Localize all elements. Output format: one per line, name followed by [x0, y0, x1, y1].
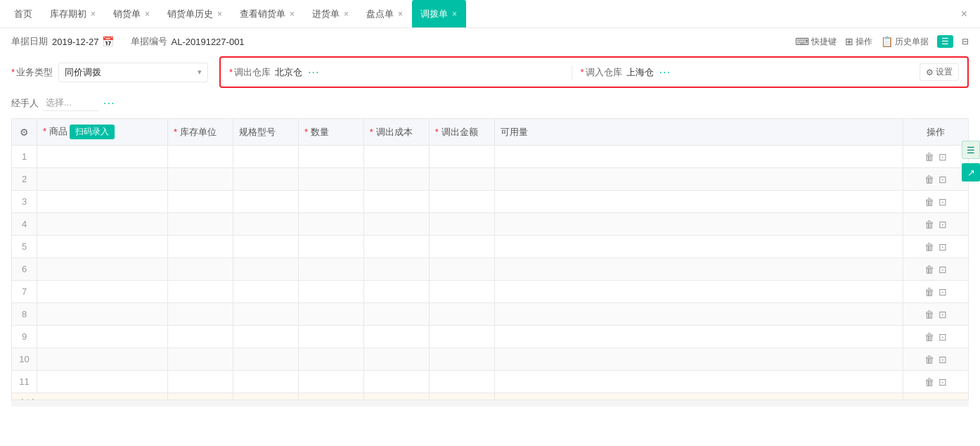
row-1-available[interactable]	[494, 146, 903, 168]
row-3-spec[interactable]	[233, 191, 298, 213]
copy-icon-10[interactable]: ⊡	[939, 354, 947, 365]
row-10-unit[interactable]	[167, 348, 233, 371]
row-5-available[interactable]	[494, 236, 903, 258]
settings-button[interactable]: ⚙ 设置	[920, 63, 959, 81]
tab-home[interactable]: 首页	[6, 0, 41, 27]
delete-icon-3[interactable]: 🗑	[924, 196, 934, 208]
person-select[interactable]: 选择...	[43, 95, 99, 111]
row-3-cost[interactable]	[363, 191, 429, 213]
person-more-btn[interactable]: ···	[103, 97, 115, 110]
row-4-amount[interactable]	[429, 213, 494, 236]
layout-grid-btn[interactable]: ⊟	[962, 37, 969, 46]
copy-icon-8[interactable]: ⊡	[939, 309, 947, 320]
tab-inventory-init[interactable]: 库存期初 ×	[41, 0, 105, 27]
delete-icon-2[interactable]: 🗑	[924, 174, 934, 185]
row-8-available[interactable]	[494, 303, 903, 326]
row-6-cost[interactable]	[363, 258, 429, 281]
row-4-cost[interactable]	[363, 213, 429, 236]
row-2-product[interactable]	[37, 168, 168, 191]
copy-icon-3[interactable]: ⊡	[939, 196, 947, 208]
row-9-available[interactable]	[494, 326, 903, 348]
row-6-spec[interactable]	[233, 258, 298, 281]
business-type-select[interactable]: 同价调拨 ▾	[58, 63, 208, 82]
row-4-spec[interactable]	[233, 213, 298, 236]
tab-transfer-close[interactable]: ×	[452, 9, 457, 19]
right-tool-list-btn[interactable]: ☰	[962, 141, 980, 159]
row-8-cost[interactable]	[363, 303, 429, 326]
row-9-spec[interactable]	[233, 326, 298, 348]
row-11-amount[interactable]	[429, 371, 494, 393]
history-btn[interactable]: 📋 历史单据	[881, 36, 929, 48]
row-6-amount[interactable]	[429, 258, 494, 281]
row-11-unit[interactable]	[167, 371, 233, 393]
row-11-product[interactable]	[37, 371, 168, 393]
row-8-spec[interactable]	[233, 303, 298, 326]
row-1-spec[interactable]	[233, 146, 298, 168]
delete-icon-5[interactable]: 🗑	[924, 241, 934, 253]
row-7-product[interactable]	[37, 281, 168, 303]
row-10-product[interactable]	[37, 348, 168, 371]
row-3-unit[interactable]	[167, 191, 233, 213]
row-5-product[interactable]	[37, 236, 168, 258]
delete-icon-11[interactable]: 🗑	[924, 376, 934, 388]
row-5-unit[interactable]	[167, 236, 233, 258]
row-10-available[interactable]	[494, 348, 903, 371]
delete-icon-8[interactable]: 🗑	[924, 309, 934, 320]
row-6-available[interactable]	[494, 258, 903, 281]
row-4-available[interactable]	[494, 213, 903, 236]
copy-icon-11[interactable]: ⊡	[939, 376, 947, 388]
window-close-button[interactable]: ×	[954, 8, 974, 20]
layout-list-btn[interactable]: ☰	[937, 35, 953, 48]
delete-icon-10[interactable]: 🗑	[924, 354, 934, 365]
row-7-unit[interactable]	[167, 281, 233, 303]
row-5-amount[interactable]	[429, 236, 494, 258]
row-5-spec[interactable]	[233, 236, 298, 258]
tab-sales-history[interactable]: 销货单历史 ×	[159, 0, 231, 27]
row-4-qty[interactable]	[298, 213, 363, 236]
calendar-icon[interactable]: 📅	[102, 36, 114, 47]
row-6-unit[interactable]	[167, 258, 233, 281]
tab-view-sales-close[interactable]: ×	[290, 9, 295, 19]
copy-icon-7[interactable]: ⊡	[939, 286, 947, 298]
delete-icon-9[interactable]: 🗑	[924, 331, 934, 343]
row-6-qty[interactable]	[298, 258, 363, 281]
right-tool-export-btn[interactable]: ↗	[962, 163, 980, 181]
row-9-unit[interactable]	[167, 326, 233, 348]
tab-transfer[interactable]: 调拨单 ×	[412, 0, 466, 27]
copy-icon-6[interactable]: ⊡	[939, 264, 947, 275]
row-10-qty[interactable]	[298, 348, 363, 371]
row-2-unit[interactable]	[167, 168, 233, 191]
row-9-qty[interactable]	[298, 326, 363, 348]
copy-icon-9[interactable]: ⊡	[939, 331, 947, 343]
row-2-amount[interactable]	[429, 168, 494, 191]
tab-inventory-init-close[interactable]: ×	[91, 9, 96, 19]
copy-icon-5[interactable]: ⊡	[939, 241, 947, 253]
scan-button[interactable]: 扫码录入	[70, 125, 115, 139]
delete-icon-4[interactable]: 🗑	[924, 219, 934, 230]
row-7-spec[interactable]	[233, 281, 298, 303]
row-11-spec[interactable]	[233, 371, 298, 393]
row-1-amount[interactable]	[429, 146, 494, 168]
row-7-available[interactable]	[494, 281, 903, 303]
row-8-product[interactable]	[37, 303, 168, 326]
row-11-available[interactable]	[494, 371, 903, 393]
table-gear-icon[interactable]: ⚙	[20, 127, 29, 138]
in-warehouse-dots[interactable]: ···	[659, 66, 671, 79]
row-3-product[interactable]	[37, 191, 168, 213]
out-warehouse-dots[interactable]: ···	[308, 66, 319, 79]
row-2-cost[interactable]	[363, 168, 429, 191]
row-7-cost[interactable]	[363, 281, 429, 303]
row-3-qty[interactable]	[298, 191, 363, 213]
delete-icon-6[interactable]: 🗑	[924, 264, 934, 275]
tab-sales-order-close[interactable]: ×	[145, 9, 150, 19]
tab-sales-history-close[interactable]: ×	[217, 9, 222, 19]
row-1-product[interactable]	[37, 146, 168, 168]
row-6-product[interactable]	[37, 258, 168, 281]
row-1-qty[interactable]	[298, 146, 363, 168]
delete-icon-1[interactable]: 🗑	[924, 151, 934, 163]
row-9-product[interactable]	[37, 326, 168, 348]
row-8-amount[interactable]	[429, 303, 494, 326]
tab-purchase-close[interactable]: ×	[344, 9, 349, 19]
operation-btn[interactable]: ⊞ 操作	[845, 36, 872, 48]
row-4-product[interactable]	[37, 213, 168, 236]
